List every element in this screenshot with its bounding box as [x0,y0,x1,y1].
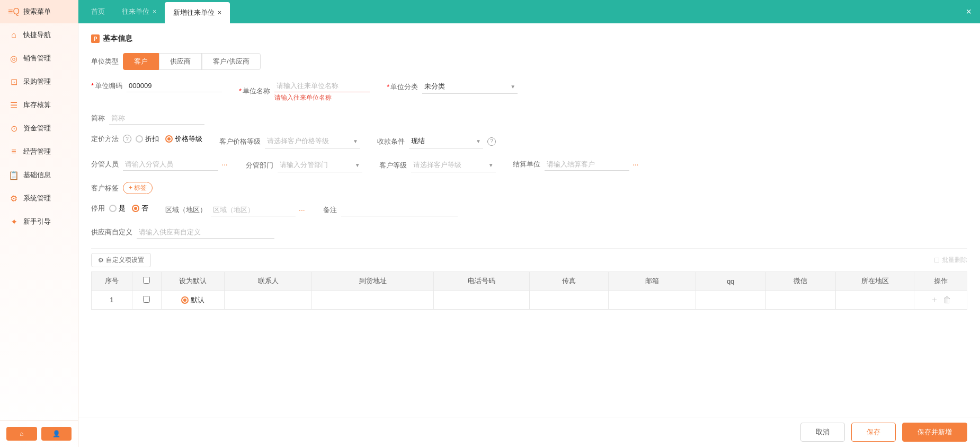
pricing-level-label: 价格等级 [175,134,202,144]
wechat-input[interactable] [785,296,816,304]
sidebar-user-btn[interactable]: 👤 [41,427,72,441]
customer-level-select[interactable]: 请选择客户等级 ▼ [411,158,496,172]
customer-price-level-placeholder: 请选择客户价格等级 [267,136,329,146]
supplier-custom-field: 供应商自定义 [91,226,967,239]
save-button[interactable]: 保存 [851,423,896,442]
category-field: 单位分类 未分类 ▼ [387,80,518,94]
email-input[interactable] [631,296,673,304]
tab-new-partner[interactable]: 新增往来单位 × [165,2,230,23]
sidebar-item-finance[interactable]: ⊙ 资金管理 [0,117,78,140]
sidebar-item-purchase[interactable]: ⊡ 采购管理 [0,70,78,93]
tab-partners[interactable]: 往来单位 × [113,0,165,23]
region-input-wrap: ··· [211,204,306,216]
sidebar-home-btn[interactable]: ⌂ [6,427,37,441]
row-wechat[interactable] [765,291,835,310]
del-row-btn[interactable]: 🗑 [943,295,951,305]
disable-no-radio[interactable]: 否 [132,204,148,213]
col-action: 操作 [914,272,967,291]
sidebar-item-search[interactable]: ≡Q 搜索菜单 [0,0,78,23]
sidebar: ≡Q 搜索菜单 ⌂ 快捷导航 ◎ 销售管理 ⊡ 采购管理 ☰ 库存核算 ⊙ 资金… [0,0,78,447]
row-email[interactable] [608,291,696,310]
fax-input[interactable] [550,296,587,304]
row-select-checkbox[interactable] [143,296,150,303]
col-email: 邮箱 [608,272,696,291]
settlement-dots-btn[interactable]: ··· [631,160,640,169]
category-select[interactable]: 未分类 ▼ [422,80,518,94]
name-field: 单位名称 请输入往来单位名称 [239,80,370,102]
tab-home[interactable]: 首页 [83,0,113,23]
sidebar-item-label: 系统管理 [23,194,51,203]
abbr-input[interactable] [109,112,204,125]
qq-input[interactable] [715,296,746,304]
tag-label: 客户标签 [91,183,119,193]
row-contact[interactable] [225,291,312,310]
dept-field: 分管部门 请输入分管部门 ▼ [246,158,362,172]
region-input[interactable] [211,204,296,216]
batch-delete-btn[interactable]: ☐ 批量删除 [934,256,967,265]
pricing-label: 定价方法 [91,134,119,144]
contact-input[interactable] [247,296,289,304]
name-input[interactable] [274,80,370,92]
manager-input-wrap: ··· [123,158,229,171]
row-region[interactable] [835,291,914,310]
settlement-input[interactable] [545,158,629,171]
tab-partners-close[interactable]: × [153,8,156,15]
system-icon: ⚙ [8,193,19,204]
dept-select[interactable]: 请输入分管部门 ▼ [278,158,362,172]
note-field: 备注 [323,204,458,216]
sidebar-item-label: 基础信息 [23,170,51,180]
row-fax[interactable] [530,291,608,310]
region-field: 区域（地区） ··· [165,204,306,216]
region-dots-btn[interactable]: ··· [298,206,306,214]
basic-icon: 📋 [8,170,19,180]
customer-price-level-select[interactable]: 请选择客户价格等级 ▼ [265,134,360,148]
divider [91,248,967,249]
code-input[interactable] [127,80,222,92]
payment-terms-help-icon[interactable]: ? [487,137,496,146]
disable-yes-radio[interactable]: 是 [109,204,126,213]
sidebar-item-inventory[interactable]: ☰ 库存核算 [0,93,78,117]
pricing-discount-radio[interactable]: 折扣 [136,134,159,144]
disable-yes-circle [109,205,117,212]
sidebar-item-basic[interactable]: 📋 基础信息 [0,163,78,187]
sidebar-item-guide[interactable]: ✦ 新手引导 [0,210,78,233]
tab-new-partner-close[interactable]: × [218,10,221,16]
tabbar-close-all[interactable]: × [961,6,976,17]
note-input[interactable] [341,204,458,216]
disable-radio-group: 是 否 [109,204,148,213]
row-default-radio[interactable] [181,296,189,304]
unit-type-customer-btn[interactable]: 客户 [123,53,159,70]
select-all-checkbox[interactable] [143,277,150,284]
row-checkbox[interactable] [132,291,161,310]
sidebar-item-label: 采购管理 [23,77,51,86]
row-address[interactable] [312,291,434,310]
cancel-button[interactable]: 取消 [800,423,845,442]
sidebar-item-system[interactable]: ⚙ 系统管理 [0,187,78,210]
sidebar-item-label: 销售管理 [23,54,51,63]
row-phone[interactable] [434,291,530,310]
disable-row: 停用 是 否 区域（地区） ··· [91,204,967,216]
pricing-discount-circle [136,135,143,143]
unit-type-supplier-btn[interactable]: 供应商 [159,53,202,70]
row-qq[interactable] [696,291,765,310]
add-row-btn[interactable]: ＋ [930,294,939,305]
supplier-custom-input[interactable] [137,226,274,239]
row-region-input[interactable] [857,296,894,304]
sidebar-item-operations[interactable]: ≡ 经营管理 [0,140,78,163]
pricing-help-icon[interactable]: ? [123,135,131,143]
col-checkbox[interactable] [132,272,161,291]
footer: 取消 保存 保存并新增 [78,417,980,447]
custom-settings-btn[interactable]: ⚙ 自定义项设置 [91,253,151,267]
address-input[interactable] [341,296,405,304]
phone-input[interactable] [458,296,505,304]
payment-terms-select[interactable]: 现结 ▼ [409,134,483,148]
sidebar-item-sales[interactable]: ◎ 销售管理 [0,47,78,70]
pricing-level-radio[interactable]: 价格等级 [165,134,202,144]
save-new-button[interactable]: 保存并新增 [902,423,967,442]
sidebar-item-shortcut[interactable]: ⌂ 快捷导航 [0,23,78,47]
tab-new-partner-label: 新增往来单位 [173,8,215,17]
unit-type-both-btn[interactable]: 客户/供应商 [202,53,261,70]
manager-input[interactable] [123,158,218,171]
manager-dots-btn[interactable]: ··· [220,160,229,169]
add-tag-btn[interactable]: + 标签 [123,182,153,194]
